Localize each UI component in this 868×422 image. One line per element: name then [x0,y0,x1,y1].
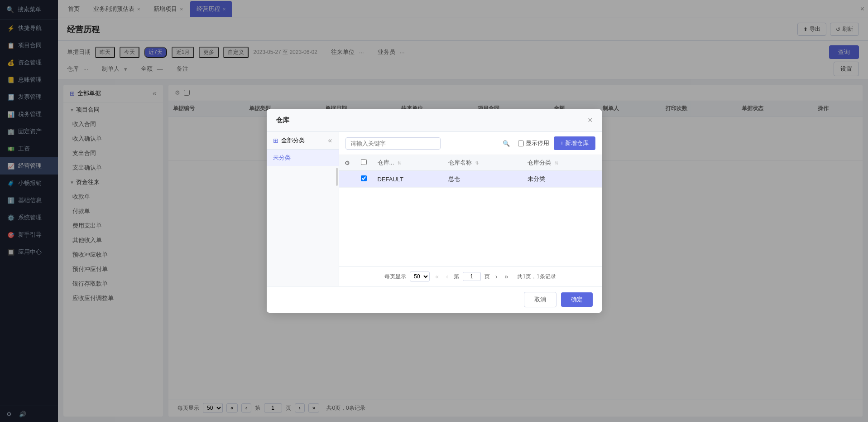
sort-icon-code: ⇅ [398,160,401,165]
modal-left-title: ⊞ 全部分类 [273,136,305,145]
modal-left-panel: ⊞ 全部分类 « 未分类 [267,132,339,286]
modal-left-header: ⊞ 全部分类 « [267,132,339,150]
modal-th-category[interactable]: 仓库分类 ⇅ [522,155,601,171]
sort-icon-name: ⇅ [475,160,479,165]
modal-search-wrap: 🔍 [345,137,514,150]
row-checkbox-cell [355,171,372,188]
row-name-cell: 总仓 [443,171,522,188]
modal-overlay: 仓库 × ⊞ 全部分类 « 未分类 [0,0,868,422]
add-warehouse-button[interactable]: + 新增仓库 [554,136,595,150]
modal-total: 共1页，1条记录 [517,273,556,281]
modal-page-label: 第 [454,273,459,281]
modal-left-scrollbar[interactable] [267,166,339,257]
modal-search-icon[interactable]: 🔍 [503,140,510,147]
modal-left-category-label: 全部分类 [281,136,305,145]
modal-next-btn[interactable]: › [494,272,499,281]
row-code-cell: DEFAULT [372,171,443,188]
grid-icon-modal: ⊞ [273,137,278,144]
row-checkbox[interactable] [361,175,367,181]
modal-th-code[interactable]: 仓库... ⇅ [372,155,443,171]
modal-page-suffix: 页 [484,273,490,281]
confirm-button[interactable]: 确定 [561,292,593,307]
uncategorized-label: 未分类 [273,154,291,162]
show-disabled-label[interactable]: 显示停用 [518,139,549,147]
modal-table: ⚙ 仓库... ⇅ 仓库名称 [339,155,602,188]
table-row[interactable]: DEFAULT 总仓 未分类 [339,171,602,188]
modal-toolbar: 🔍 显示停用 + 新增仓库 [339,132,602,155]
modal-per-page-label: 每页显示 [384,273,406,281]
modal-settings-icon[interactable]: ⚙ [345,160,350,166]
modal-prev-btn[interactable]: ‹ [444,272,450,281]
modal-pagination: 每页显示 50 « ‹ 第 页 › » 共1页，1条记录 [339,267,602,286]
modal-table-wrap: ⚙ 仓库... ⇅ 仓库名称 [339,155,602,267]
row-settings-cell [339,171,355,188]
modal-th-name[interactable]: 仓库名称 ⇅ [443,155,522,171]
modal-body: ⊞ 全部分类 « 未分类 🔍 [267,132,602,286]
modal-header: 仓库 × [267,109,602,132]
modal-search-input[interactable] [345,137,441,150]
modal-footer: 取消 确定 [267,286,602,313]
modal-first-btn[interactable]: « [433,272,441,281]
modal-left-item-uncategorized[interactable]: 未分类 [267,150,339,166]
modal-last-btn[interactable]: » [503,272,510,281]
modal-close-icon[interactable]: × [588,116,593,125]
cancel-button[interactable]: 取消 [524,292,556,307]
modal-page-input[interactable] [463,272,481,281]
modal-per-page-select[interactable]: 50 [410,272,430,281]
modal: 仓库 × ⊞ 全部分类 « 未分类 [267,109,602,313]
sort-icon-category: ⇅ [555,160,558,165]
modal-right-panel: 🔍 显示停用 + 新增仓库 [339,132,602,286]
modal-th-settings: ⚙ [339,155,355,171]
row-category-cell: 未分类 [522,171,601,188]
modal-th-checkbox [355,155,372,171]
show-disabled-checkbox[interactable] [518,141,524,146]
modal-select-all[interactable] [361,159,367,165]
modal-title: 仓库 [276,116,289,125]
modal-left-collapse-icon[interactable]: « [328,136,332,145]
